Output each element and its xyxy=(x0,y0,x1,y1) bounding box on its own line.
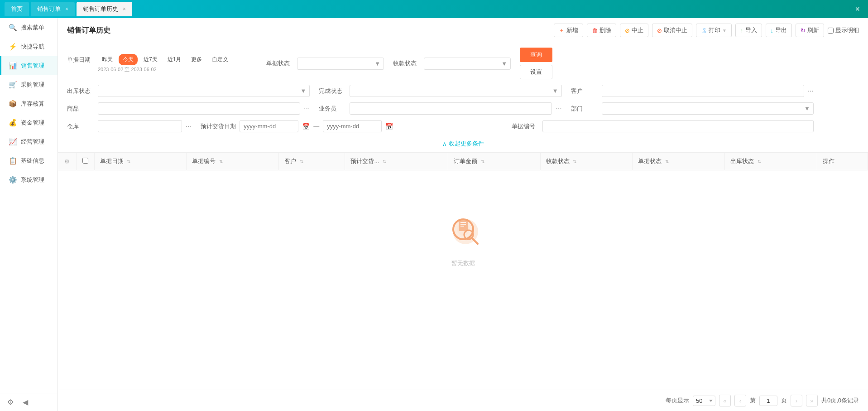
page-title: 销售订单历史 xyxy=(67,26,110,35)
date-btn-yesterday[interactable]: 昨天 xyxy=(98,54,117,65)
th-expected-delivery-sort[interactable]: ⇅ xyxy=(383,159,386,164)
th-doc-number-sort[interactable]: ⇅ xyxy=(219,159,223,164)
cancel-stop-button[interactable]: ⊘ 取消中止 xyxy=(652,24,692,37)
last-page-button[interactable]: » xyxy=(806,395,818,406)
th-expected-delivery: 预计交货... ⇅ xyxy=(345,153,448,170)
product-dots[interactable]: ··· xyxy=(304,105,310,113)
date-btn-more[interactable]: 更多 xyxy=(187,54,206,65)
th-settings[interactable]: ⚙ xyxy=(58,153,76,170)
th-actions-label: 操作 xyxy=(823,158,834,164)
select-all-checkbox[interactable] xyxy=(82,158,88,164)
stop-button[interactable]: ⊘ 中止 xyxy=(620,24,648,37)
sidebar-collapse-icon[interactable]: ◀ xyxy=(23,398,28,406)
sidebar-item-inventory[interactable]: 📦 库存核算 xyxy=(0,94,58,113)
show-details-checkbox-wrap[interactable]: 显示明细 xyxy=(828,26,859,34)
expected-delivery-calendar-from[interactable]: 📅 xyxy=(302,123,310,130)
sidebar-item-inventory-label: 库存核算 xyxy=(21,100,44,108)
show-details-checkbox[interactable] xyxy=(828,28,834,34)
tab-home[interactable]: 首页 xyxy=(5,2,29,16)
th-outbound-status: 出库状态 ⇅ xyxy=(725,153,817,170)
salesperson-input[interactable] xyxy=(350,102,552,115)
sidebar-item-sys-mgmt[interactable]: ⚙️ 系统管理 xyxy=(0,170,58,189)
sidebar-item-quick-nav-label: 快捷导航 xyxy=(21,43,44,51)
sidebar-settings-icon[interactable]: ⚙ xyxy=(7,398,14,406)
th-doc-number: 单据编号 ⇅ xyxy=(187,153,279,170)
import-button[interactable]: ↑ 导入 xyxy=(735,24,762,37)
stop-label: 中止 xyxy=(632,26,643,34)
th-payment-status-sort[interactable]: ⇅ xyxy=(573,159,576,164)
export-icon: ↓ xyxy=(771,27,774,34)
sidebar-item-operations[interactable]: 📈 经营管理 xyxy=(0,132,58,151)
sidebar-item-base-info[interactable]: 📋 基础信息 xyxy=(0,151,58,170)
query-button[interactable]: 查询 xyxy=(520,48,552,62)
expected-delivery-to[interactable] xyxy=(323,120,382,132)
inventory-icon: 📦 xyxy=(9,100,17,108)
th-doc-number-label: 单据编号 xyxy=(192,158,216,164)
per-page-label: 每页显示 xyxy=(666,396,689,405)
th-doc-status-sort[interactable]: ⇅ xyxy=(665,159,669,164)
tab-sales-order-history-label: 销售订单历史 xyxy=(83,5,118,13)
tab-sales-order-history-close[interactable]: × xyxy=(123,6,126,12)
expected-delivery-calendar-to[interactable]: 📅 xyxy=(385,123,393,130)
department-select[interactable] xyxy=(602,102,814,115)
customer-input[interactable] xyxy=(602,85,804,97)
product-input[interactable] xyxy=(98,102,300,115)
tab-sales-order[interactable]: 销售订单 × xyxy=(31,2,75,16)
last-page-icon: » xyxy=(810,397,813,404)
print-icon: 🖨 xyxy=(701,27,707,34)
per-page-select[interactable]: 50 20 100 xyxy=(693,396,715,406)
warehouse-dots[interactable]: ··· xyxy=(186,122,192,131)
window-close-button[interactable]: × xyxy=(851,5,863,14)
customer-label: 客户 xyxy=(571,87,598,95)
customer-dots[interactable]: ··· xyxy=(808,87,814,95)
refresh-icon: ↻ xyxy=(801,27,806,34)
th-checkbox[interactable] xyxy=(76,153,94,170)
first-page-button[interactable]: « xyxy=(719,395,731,406)
prev-page-button[interactable]: ‹ xyxy=(734,395,746,406)
date-btn-custom[interactable]: 自定义 xyxy=(208,54,232,65)
settings-gear-icon[interactable]: ⚙ xyxy=(64,158,70,165)
warehouse-input[interactable] xyxy=(98,120,182,132)
tab-sales-order-close[interactable]: × xyxy=(65,6,68,12)
th-order-amount-sort[interactable]: ⇅ xyxy=(481,159,484,164)
date-btn-last7[interactable]: 近7天 xyxy=(139,54,162,65)
outbound-status-select[interactable] xyxy=(98,85,310,97)
sidebar-item-quick-nav[interactable]: ⚡ 快捷导航 xyxy=(0,37,58,56)
refresh-label: 刷新 xyxy=(807,26,819,34)
order-status-select[interactable] xyxy=(297,58,384,70)
completion-status-select[interactable] xyxy=(350,85,561,97)
sidebar-item-purchase-mgmt[interactable]: 🛒 采购管理 xyxy=(0,75,58,94)
print-button[interactable]: 🖨 打印 ▼ xyxy=(696,24,732,37)
sidebar-item-sys-mgmt-label: 系统管理 xyxy=(21,176,44,184)
sales-mgmt-icon: 📊 xyxy=(9,62,17,70)
payment-status-select[interactable] xyxy=(424,58,511,70)
show-details-label: 显示明细 xyxy=(835,26,859,34)
date-btn-last1month[interactable]: 近1月 xyxy=(163,54,186,65)
print-dropdown-icon: ▼ xyxy=(722,28,727,33)
add-button[interactable]: ＋ 新增 xyxy=(554,24,583,37)
expected-delivery-from[interactable] xyxy=(240,120,298,132)
th-outbound-status-sort[interactable]: ⇅ xyxy=(758,159,761,164)
sidebar-item-search-menu[interactable]: 🔍 搜索菜单 xyxy=(0,18,58,37)
outbound-status-label: 出库状态 xyxy=(67,87,94,95)
export-button[interactable]: ↓ 导出 xyxy=(766,24,792,37)
sidebar-item-sales-mgmt[interactable]: 📊 销售管理 xyxy=(0,56,58,75)
settings-button[interactable]: 设置 xyxy=(520,65,552,79)
salesperson-dots[interactable]: ··· xyxy=(556,105,561,113)
date-quick-buttons: 昨天 今天 近7天 近1月 更多 自定义 xyxy=(98,54,232,65)
doc-number-input[interactable] xyxy=(542,120,814,132)
sidebar-item-finance[interactable]: 💰 资金管理 xyxy=(0,113,58,132)
refresh-button[interactable]: ↻ 刷新 xyxy=(796,24,824,37)
collapse-row[interactable]: ∧ 收起更多条件 xyxy=(67,138,859,148)
th-customer-sort[interactable]: ⇅ xyxy=(300,159,303,164)
delete-button[interactable]: 🗑 删除 xyxy=(587,24,616,37)
import-icon: ↑ xyxy=(740,27,743,34)
th-date-sort[interactable]: ⇅ xyxy=(127,159,130,164)
main-layout: 🔍 搜索菜单 ⚡ 快捷导航 📊 销售管理 🛒 采购管理 📦 库存核算 💰 资金管… xyxy=(0,18,868,411)
next-page-button[interactable]: › xyxy=(791,395,802,406)
date-btn-today[interactable]: 今天 xyxy=(119,54,138,65)
page-number-input[interactable] xyxy=(759,396,777,406)
tab-sales-order-history[interactable]: 销售订单历史 × xyxy=(77,2,132,16)
empty-illustration xyxy=(441,207,486,252)
jump-label: 第 xyxy=(750,396,756,405)
